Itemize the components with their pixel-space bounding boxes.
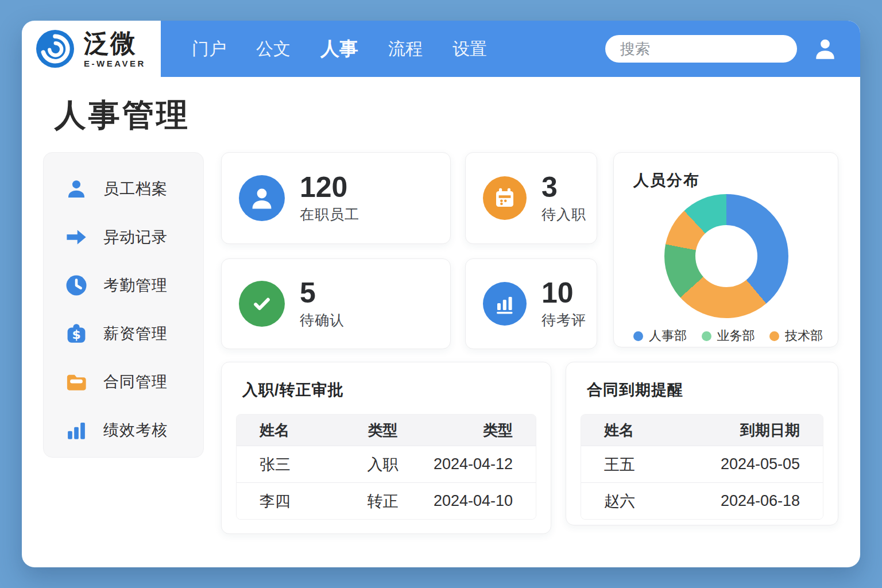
top-navbar: 泛微 E-WEAVER 门户 公文 人事 流程 设置 (22, 21, 860, 77)
stat-card-active-employees[interactable]: 120 在职员工 (221, 152, 451, 244)
nav-item-portal[interactable]: 门户 (192, 37, 226, 61)
sidebar-item-transfer-records[interactable]: 异动记录 (64, 222, 203, 252)
sidebar-item-payroll[interactable]: $ 薪资管理 (64, 318, 203, 349)
cell-type: 转正 (347, 491, 418, 512)
legend-item-tech[interactable]: 技术部 (769, 327, 823, 345)
swirl-logo-icon (34, 28, 76, 69)
user-icon (64, 177, 88, 201)
sidebar-item-label: 员工档案 (103, 179, 168, 199)
legend-dot (769, 331, 779, 341)
sidebar-item-performance[interactable]: 绩效考核 (64, 415, 203, 445)
cell-name: 张三 (237, 454, 347, 475)
sidebar-menu: 员工档案 异动记录 考勤管理 $ 薪资管理 (43, 152, 204, 458)
main-nav: 门户 公文 人事 流程 设置 (161, 36, 487, 62)
cell-name: 赵六 (581, 491, 679, 512)
sidebar-item-label: 合同管理 (103, 372, 168, 392)
user-icon (239, 175, 285, 221)
table-header-row: 姓名 到期日期 (581, 415, 823, 446)
search-input[interactable] (605, 35, 797, 63)
stat-text: 5 待确认 (300, 278, 345, 330)
nav-item-hr[interactable]: 人事 (320, 36, 358, 62)
stat-text: 10 待考评 (541, 278, 586, 330)
sidebar-item-contracts[interactable]: 合同管理 (64, 366, 203, 397)
cell-type: 入职 (347, 454, 418, 475)
stat-value: 5 (300, 278, 345, 308)
nav-item-settings[interactable]: 设置 (452, 37, 487, 61)
cell-date: 2024-04-10 (418, 492, 536, 510)
sidebar-item-employee-files[interactable]: 员工档案 (64, 173, 203, 204)
table-title: 入职/转正审批 (222, 362, 551, 400)
stat-card-pending-review[interactable]: 10 待考评 (465, 258, 597, 349)
approval-table: 姓名 类型 类型 张三 入职 2024-04-12 李四 转正 2024-04-… (236, 414, 536, 520)
bar-chart-icon (64, 418, 88, 442)
brand-logo[interactable]: 泛微 E-WEAVER (22, 21, 161, 77)
app-window: 泛微 E-WEAVER 门户 公文 人事 流程 设置 人事管理 (22, 21, 860, 567)
nav-item-documents[interactable]: 公文 (256, 37, 291, 61)
stat-text: 120 在职员工 (300, 172, 359, 224)
column-header: 类型 (418, 420, 536, 440)
stat-label: 在职员工 (300, 205, 359, 224)
brand-name: 泛微 (84, 30, 146, 56)
stat-card-pending-confirmation[interactable]: 5 待确认 (221, 258, 451, 349)
bar-chart-icon (483, 282, 527, 326)
table-title: 合同到期提醒 (566, 362, 838, 400)
stat-label: 待确认 (300, 311, 345, 330)
stat-value: 3 (541, 172, 586, 203)
nav-item-workflow[interactable]: 流程 (388, 37, 423, 61)
brand-text: 泛微 E-WEAVER (84, 30, 146, 68)
sidebar-item-label: 考勤管理 (103, 275, 168, 296)
table-row[interactable]: 张三 入职 2024-04-12 (237, 446, 536, 482)
clock-icon (64, 273, 88, 297)
sidebar-item-label: 绩效考核 (103, 420, 168, 440)
folder-icon (64, 370, 88, 394)
stat-label: 待考评 (541, 311, 586, 330)
stat-value: 10 (541, 278, 586, 308)
cell-name: 李四 (237, 491, 347, 512)
column-header: 到期日期 (679, 420, 823, 440)
brand-subtitle: E-WEAVER (84, 59, 146, 68)
table-row[interactable]: 王五 2024-05-05 (581, 446, 823, 482)
table-row[interactable]: 赵六 2024-06-18 (581, 482, 823, 519)
contract-expiry-card: 合同到期提醒 姓名 到期日期 王五 2024-05-05 赵六 2024-06-… (566, 362, 838, 525)
chart-legend: 人事部 业务部 技术部 (633, 327, 823, 345)
money-icon: $ (64, 322, 88, 346)
sidebar-item-label: 异动记录 (103, 227, 168, 247)
user-avatar-icon[interactable] (812, 36, 838, 62)
svg-text:$: $ (72, 327, 80, 342)
column-header: 姓名 (581, 420, 679, 440)
legend-item-business[interactable]: 业务部 (702, 327, 755, 345)
cell-date: 2024-04-12 (418, 455, 536, 473)
chart-title: 人员分布 (633, 170, 838, 191)
page-title: 人事管理 (55, 94, 190, 137)
cell-name: 王五 (581, 454, 679, 475)
sidebar-item-label: 薪资管理 (103, 323, 168, 344)
legend-dot (633, 331, 643, 341)
legend-label: 技术部 (785, 327, 823, 345)
legend-label: 业务部 (717, 327, 755, 345)
stat-label: 待入职 (541, 205, 586, 224)
table-header-row: 姓名 类型 类型 (237, 415, 536, 446)
table-row[interactable]: 李四 转正 2024-04-10 (237, 482, 536, 519)
onboarding-approval-card: 入职/转正审批 姓名 类型 类型 张三 入职 2024-04-12 李四 转正 … (221, 362, 551, 534)
donut-chart[interactable] (664, 194, 788, 318)
arrow-right-icon (64, 225, 88, 249)
column-header: 姓名 (237, 420, 347, 440)
cell-date: 2024-06-18 (679, 492, 823, 510)
contract-table: 姓名 到期日期 王五 2024-05-05 赵六 2024-06-18 (581, 414, 823, 520)
check-icon (239, 281, 285, 327)
personnel-distribution-card: 人员分布 人事部 业务部 技术部 (613, 152, 838, 347)
navbar-right (605, 35, 860, 63)
legend-dot (702, 331, 711, 341)
cell-date: 2024-05-05 (679, 455, 823, 473)
column-header: 类型 (347, 420, 418, 440)
donut-hole (695, 225, 757, 287)
stat-value: 120 (300, 172, 359, 203)
legend-label: 人事部 (649, 327, 687, 345)
calendar-icon (483, 176, 527, 220)
legend-item-hr[interactable]: 人事部 (633, 327, 687, 345)
stat-card-pending-onboarding[interactable]: 3 待入职 (465, 152, 597, 244)
sidebar-item-attendance[interactable]: 考勤管理 (64, 270, 203, 300)
stat-text: 3 待入职 (541, 172, 586, 224)
